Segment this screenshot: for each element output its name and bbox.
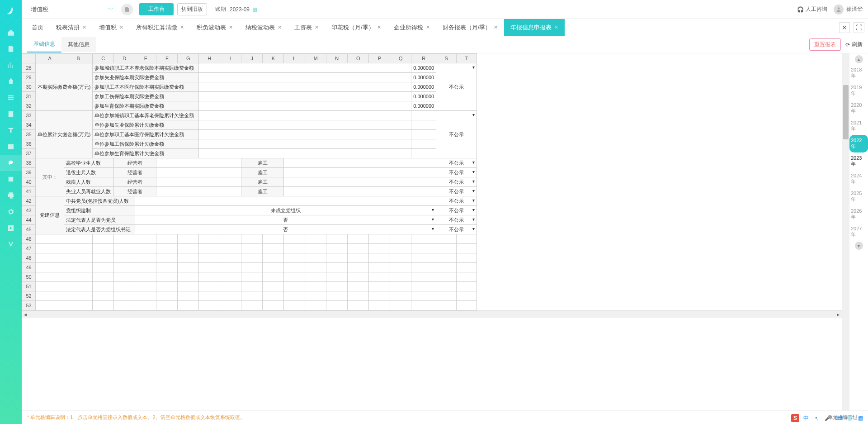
empty-cell[interactable]	[135, 272, 156, 282]
empty-cell[interactable]	[436, 291, 457, 301]
empty-cell[interactable]	[348, 282, 369, 291]
input-cell[interactable]	[199, 82, 411, 92]
nav-list-icon[interactable]	[0, 90, 22, 106]
empty-cell[interactable]	[241, 263, 263, 272]
empty-cell[interactable]	[305, 253, 326, 263]
empty-cell[interactable]	[369, 272, 390, 282]
empty-cell[interactable]	[436, 234, 457, 244]
empty-cell[interactable]	[390, 282, 411, 291]
year-item[interactable]: 2025年	[849, 188, 868, 205]
input-cell[interactable]	[199, 139, 411, 149]
row-header[interactable]: 46	[22, 234, 36, 244]
empty-cell[interactable]	[284, 282, 305, 291]
close-icon[interactable]: ✕	[426, 24, 430, 30]
nav-play-icon[interactable]	[0, 220, 22, 236]
disclosure-dropdown[interactable]: 不公示▾	[436, 187, 477, 196]
empty-cell[interactable]	[135, 253, 156, 263]
empty-cell[interactable]	[436, 244, 457, 253]
empty-cell[interactable]	[457, 244, 477, 253]
row-header[interactable]: 39	[22, 168, 36, 177]
empty-cell[interactable]	[135, 301, 156, 310]
empty-cell[interactable]	[305, 272, 326, 282]
row-header[interactable]: 32	[22, 101, 36, 111]
empty-cell[interactable]	[411, 282, 436, 291]
empty-cell[interactable]	[305, 263, 326, 272]
col-header[interactable]: F	[156, 54, 178, 63]
empty-cell[interactable]	[390, 244, 411, 253]
input-cell[interactable]	[156, 187, 241, 196]
empty-cell[interactable]	[220, 244, 241, 253]
empty-cell[interactable]	[220, 234, 241, 244]
input-cell[interactable]	[199, 111, 411, 120]
empty-cell[interactable]	[114, 244, 135, 253]
empty-cell[interactable]	[390, 234, 411, 244]
row-header[interactable]: 38	[22, 158, 36, 168]
user-menu[interactable]: 徐泽华	[834, 5, 863, 14]
wide-dropdown[interactable]: 否▾	[135, 225, 436, 234]
empty-cell[interactable]	[457, 253, 477, 263]
tab-expand-button[interactable]: ⛶	[854, 22, 864, 33]
empty-cell[interactable]	[284, 234, 305, 244]
empty-cell[interactable]	[178, 291, 199, 301]
empty-cell[interactable]	[241, 244, 263, 253]
empty-cell[interactable]	[411, 272, 436, 282]
empty-cell[interactable]	[326, 263, 348, 272]
empty-cell[interactable]	[64, 263, 93, 272]
nav-gear-icon[interactable]	[0, 204, 22, 220]
disclosure-dropdown[interactable]: 不公示▾	[436, 63, 477, 111]
empty-cell[interactable]	[305, 301, 326, 310]
empty-cell[interactable]	[305, 234, 326, 244]
empty-cell[interactable]	[263, 301, 284, 310]
year-item[interactable]: 2022年	[849, 135, 868, 152]
input-cell[interactable]	[135, 196, 436, 206]
empty-cell[interactable]	[135, 263, 156, 272]
empty-cell[interactable]	[156, 291, 178, 301]
row-header[interactable]: 33	[22, 111, 36, 120]
empty-cell[interactable]	[178, 234, 199, 244]
empty-cell[interactable]	[199, 244, 220, 253]
empty-cell[interactable]	[305, 244, 326, 253]
input-cell[interactable]	[199, 92, 411, 101]
empty-cell[interactable]	[326, 244, 348, 253]
col-header[interactable]: S	[436, 54, 457, 63]
ime-s-icon[interactable]: S	[791, 414, 799, 422]
empty-cell[interactable]	[156, 282, 178, 291]
input-cell[interactable]	[156, 158, 241, 168]
value-cell[interactable]: 0.000000	[411, 92, 436, 101]
empty-cell[interactable]	[199, 234, 220, 244]
tab-item[interactable]: 年报信息申报表✕	[504, 19, 565, 36]
ime-punct-icon[interactable]: •,	[813, 414, 821, 422]
col-header[interactable]: Q	[390, 54, 411, 63]
empty-cell[interactable]	[178, 253, 199, 263]
nav-v-icon[interactable]	[0, 236, 22, 252]
empty-cell[interactable]	[263, 272, 284, 282]
year-item[interactable]: 2018年	[849, 64, 868, 82]
disclosure-dropdown[interactable]: 不公示▾	[436, 177, 477, 187]
close-icon[interactable]: ✕	[494, 24, 498, 30]
row-header[interactable]: 30	[22, 82, 36, 92]
empty-cell[interactable]	[114, 282, 135, 291]
row-header[interactable]: 51	[22, 282, 36, 291]
row-header[interactable]: 43	[22, 206, 36, 215]
row-header[interactable]: 53	[22, 301, 36, 310]
empty-cell[interactable]	[135, 291, 156, 301]
input-cell[interactable]	[156, 168, 241, 177]
empty-cell[interactable]	[220, 301, 241, 310]
empty-cell[interactable]	[93, 263, 114, 272]
nav-home-icon[interactable]	[0, 24, 22, 41]
subtab-other[interactable]: 其他信息	[61, 37, 96, 52]
empty-cell[interactable]	[369, 234, 390, 244]
empty-cell[interactable]	[241, 291, 263, 301]
calendar-icon[interactable]: ▦	[252, 6, 257, 13]
row-header[interactable]: 50	[22, 272, 36, 282]
empty-cell[interactable]	[348, 291, 369, 301]
close-icon[interactable]: ✕	[180, 24, 184, 30]
empty-cell[interactable]	[220, 263, 241, 272]
col-header[interactable]: R	[411, 54, 436, 63]
empty-cell[interactable]	[199, 263, 220, 272]
ime-lang-icon[interactable]: 中	[802, 414, 810, 422]
empty-cell[interactable]	[114, 263, 135, 272]
empty-cell[interactable]	[156, 263, 178, 272]
tab-item[interactable]: 纳税波动表✕	[239, 19, 288, 36]
col-header[interactable]: J	[241, 54, 263, 63]
